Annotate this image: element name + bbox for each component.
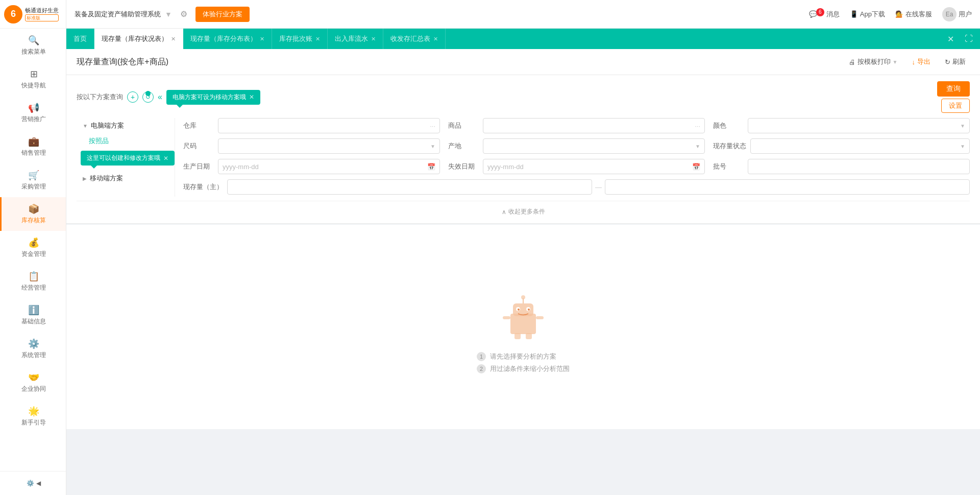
filter-goods: 商品 ··· <box>448 118 705 133</box>
collapse-btn[interactable]: ∧ 收起更多条件 <box>77 204 970 219</box>
tooltip2-close-btn[interactable]: ✕ <box>163 155 168 162</box>
phone-icon: 📱 <box>850 10 858 18</box>
sidebar-item-system[interactable]: ⚙️ 系统管理 <box>0 332 66 366</box>
print-template-btn[interactable]: 🖨 按模板打印 ▼ <box>845 55 902 68</box>
collapse-label: 收起更多条件 <box>508 207 545 216</box>
message-btn[interactable]: 💬 6 消息 <box>809 10 840 19</box>
search-btn[interactable]: 查询 <box>937 81 970 97</box>
tabs-right-actions: ✕ ⛶ <box>943 32 980 46</box>
print-icon: 🖨 <box>849 58 855 66</box>
collapse-row: ∧ 收起更多条件 <box>77 201 970 219</box>
range-separator: — <box>595 183 602 191</box>
expire-date-calendar-icon[interactable]: 📅 <box>692 163 700 171</box>
svg-rect-8 <box>503 316 510 319</box>
warehouse-dots-icon[interactable]: ··· <box>430 122 435 130</box>
filter-row-1: 仓库 ··· 商品 ··· <box>183 118 970 133</box>
goods-select[interactable]: ··· <box>483 118 705 133</box>
sidebar-item-inventory[interactable]: 📦 库存核算 <box>0 197 66 231</box>
online-service-btn[interactable]: 💁 在线客服 <box>895 10 932 19</box>
stock-qty-to-input[interactable] <box>605 179 970 195</box>
tab-in-out-flow-close[interactable]: ✕ <box>371 36 376 42</box>
sidebar-item-finance[interactable]: 💰 资金管理 <box>0 231 66 265</box>
tooltip1-text: 电脑方案可设为移动方案哦 <box>173 93 246 102</box>
tab-home-label: 首页 <box>74 34 87 43</box>
produce-date-input[interactable]: yyyy-mm-dd 📅 <box>218 159 440 174</box>
sidebar-label-sales: 销售管理 <box>21 149 46 157</box>
app-download-btn[interactable]: 📱 App下载 <box>850 10 885 19</box>
mobile-scheme-header[interactable]: ▶ 移动端方案 <box>77 171 175 186</box>
origin-select[interactable]: ▼ <box>483 138 705 154</box>
origin-chevron-icon: ▼ <box>695 144 700 149</box>
filter-circle-btn[interactable]: ↺ <box>142 91 154 103</box>
logo-name: 畅通道好生意 <box>25 7 59 14</box>
tab-home[interactable]: 首页 <box>66 29 94 49</box>
refresh-btn[interactable]: ↻ 刷新 <box>941 55 970 68</box>
filter-arrow-btn[interactable]: « <box>158 92 162 102</box>
sidebar-item-guide[interactable]: ⊞ 快捷导航 <box>0 62 66 96</box>
tooltip1-close-btn[interactable]: ✕ <box>249 93 254 101</box>
tab-batch-ledger[interactable]: 库存批次账 ✕ <box>272 29 328 49</box>
export-btn[interactable]: ↓ 导出 <box>908 55 935 68</box>
scheme-item-label: 按照品 <box>89 136 109 146</box>
sidebar-item-operation[interactable]: 📋 经营管理 <box>0 265 66 298</box>
sidebar-item-marketing[interactable]: 📢 营销推广 <box>0 96 66 130</box>
tab-inventory-status-close[interactable]: ✕ <box>171 36 176 42</box>
tab-collect-send-close[interactable]: ✕ <box>433 36 438 42</box>
expire-date-input[interactable]: yyyy-mm-dd 📅 <box>483 159 705 174</box>
page-actions: 🖨 按模板打印 ▼ ↓ 导出 ↻ 刷新 <box>845 55 970 68</box>
warehouse-label: 仓库 <box>183 121 214 130</box>
tab-collect-send[interactable]: 收发存汇总表 ✕ <box>383 29 446 49</box>
batch-no-input[interactable] <box>748 159 970 174</box>
expire-date-placeholder: yyyy-mm-dd <box>487 163 524 171</box>
tab-inventory-status[interactable]: 现存量（库存状况表） ✕ <box>94 29 183 49</box>
close-all-tabs-btn[interactable]: ✕ <box>943 32 958 46</box>
tip-num-1: 1 <box>477 352 486 361</box>
indicator-dot <box>145 91 151 96</box>
stock-qty-from-input[interactable] <box>227 179 592 195</box>
tip-text-2: 用过滤条件来缩小分析范围 <box>490 364 570 373</box>
experience-btn[interactable]: 体验行业方案 <box>195 7 250 22</box>
filter-produce-date: 生产日期 yyyy-mm-dd 📅 <box>183 159 440 174</box>
sidebar-item-enterprise[interactable]: 🤝 企业协同 <box>0 366 66 399</box>
size-select[interactable]: ▼ <box>218 138 440 154</box>
color-label: 颜色 <box>713 121 744 130</box>
sidebar-item-sales[interactable]: 💼 销售管理 <box>0 130 66 163</box>
sidebar-settings-btn[interactable]: ⚙️ ◀ <box>0 476 66 491</box>
mobile-scheme-label: 移动端方案 <box>90 174 123 183</box>
system-chevron-icon: ▼ <box>165 10 172 18</box>
app-download-label: App下载 <box>860 10 885 19</box>
sidebar-item-purchase[interactable]: 🛒 采购管理 <box>0 163 66 197</box>
goods-dots-icon[interactable]: ··· <box>695 122 700 130</box>
size-label: 尺码 <box>183 142 214 151</box>
user-area[interactable]: Ea 用户 <box>942 7 972 21</box>
empty-state-container: 1 请先选择要分析的方案 2 用过滤条件来缩小分析范围 <box>66 225 980 429</box>
stock-status-select[interactable]: ▼ <box>750 138 970 154</box>
tab-batch-ledger-label: 库存批次账 <box>279 34 312 43</box>
tab-inventory-dist-close[interactable]: ✕ <box>260 36 264 42</box>
fullscreen-btn[interactable]: ⛶ <box>962 32 976 46</box>
tab-batch-ledger-close[interactable]: ✕ <box>315 36 320 42</box>
computer-scheme-arrow: ▼ <box>83 123 88 129</box>
filter-add-btn[interactable]: + <box>127 91 138 103</box>
scheme-panel-area: ▼ 电脑端方案 按照品 这里可以创建和修改方案哦 ✕ <box>77 118 970 197</box>
warehouse-select[interactable]: ··· <box>218 118 440 133</box>
header-gear-icon[interactable]: ⚙ <box>180 9 187 19</box>
produce-date-calendar-icon[interactable]: 📅 <box>427 163 435 171</box>
sidebar-item-basic[interactable]: ℹ️ 基础信息 <box>0 298 66 332</box>
app-header: 装备及固定资产辅助管理系统 ▼ ⚙ 体验行业方案 💬 6 消息 📱 App下载 … <box>66 0 980 29</box>
sidebar-nav: 🔍 搜索菜单 ⊞ 快捷导航 📢 营销推广 💼 销售管理 🛒 采购管理 📦 库存核… <box>0 29 66 471</box>
reset-btn[interactable]: 设置 <box>941 99 970 113</box>
sidebar-item-search[interactable]: 🔍 搜索菜单 <box>0 29 66 62</box>
computer-scheme-header[interactable]: ▼ 电脑端方案 <box>77 118 175 133</box>
page-title: 现存量查询(按仓库+商品) <box>77 57 168 67</box>
tab-in-out-flow[interactable]: 出入库流水 ✕ <box>328 29 383 49</box>
filter-fields-area: 仓库 ··· 商品 ··· <box>175 118 970 197</box>
scheme-item-byproduct[interactable]: 按照品 <box>77 133 175 149</box>
sidebar-item-newbie[interactable]: 🌟 新手引导 <box>0 399 66 433</box>
tab-inventory-dist[interactable]: 现存量（库存分布表） ✕ <box>183 29 272 49</box>
main-area: 装备及固定资产辅助管理系统 ▼ ⚙ 体验行业方案 💬 6 消息 📱 App下载 … <box>66 0 980 495</box>
service-icon: 💁 <box>895 10 903 18</box>
color-select[interactable]: ▼ <box>748 118 970 133</box>
system-selector[interactable]: 装备及固定资产辅助管理系统 ▼ <box>75 10 172 19</box>
sidebar-label-operation: 经营管理 <box>21 284 46 292</box>
